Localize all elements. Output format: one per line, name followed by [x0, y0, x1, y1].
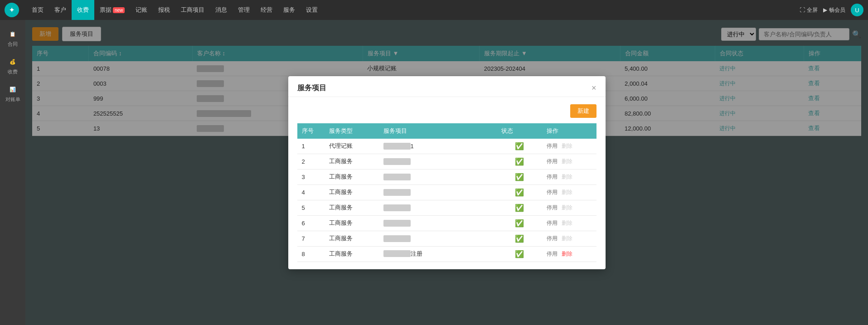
stop-button[interactable]: 停用 [547, 219, 558, 227]
modal-cell-seq: 8 [297, 246, 325, 262]
sidebar-item-reconciliation[interactable]: 📊 对账单 [0, 80, 25, 107]
fee-icon: 💰 [8, 57, 18, 67]
modal-header: 服务项目 × [288, 76, 606, 97]
stop-button[interactable]: 停用 [547, 235, 558, 243]
delete-button-disabled: 删除 [562, 204, 572, 212]
modal-cell-action[interactable]: 停用 删除 [542, 215, 596, 231]
nav-message[interactable]: 消息 [210, 0, 233, 20]
modal-col-seq: 序号 [297, 123, 325, 139]
modal-cell-item [379, 154, 497, 169]
modal-col-type: 服务类型 [325, 123, 379, 139]
modal-close-button[interactable]: × [592, 83, 596, 93]
modal-cell-status: ✅ [497, 215, 542, 231]
stop-button[interactable]: 停用 [547, 204, 558, 212]
modal-cell-action[interactable]: 停用 删除 [542, 169, 596, 184]
modal-cell-status: ✅ [497, 231, 542, 246]
delete-button-disabled: 删除 [562, 158, 572, 165]
modal-table-row: 5 工商服务 ✅ 停用 删除 [297, 200, 596, 215]
modal-cell-type: 工商服务 [325, 246, 379, 262]
status-check-icon: ✅ [515, 173, 524, 181]
modal-table-row: 1 代理记账 1 ✅ 停用 删除 [297, 139, 596, 154]
stop-button[interactable]: 停用 [547, 250, 558, 258]
modal-cell-item [379, 184, 497, 200]
modal-cell-action[interactable]: 停用 删除 [542, 231, 596, 246]
modal-new-button[interactable]: 新建 [570, 104, 596, 118]
modal-cell-action[interactable]: 停用 删除 [542, 200, 596, 215]
modal-cell-action[interactable]: 停用 删除 [542, 154, 596, 169]
nav-bookkeeping[interactable]: 记账 [130, 0, 153, 20]
modal-cell-action[interactable]: 停用 删除 [542, 184, 596, 200]
delete-button-disabled: 删除 [562, 142, 572, 150]
sidebar-item-contract[interactable]: 📋 合同 [0, 24, 25, 52]
modal-cell-seq: 5 [297, 200, 325, 215]
modal-table: 序号 服务类型 服务项目 状态 操作 1 代理记账 1 ✅ 停用 删除 [297, 123, 596, 262]
fullscreen-button[interactable]: ⛶ 全屏 [800, 6, 818, 14]
modal-table-row: 6 工商服务 ✅ 停用 删除 [297, 215, 596, 231]
modal-cell-type: 代理记账 [325, 139, 379, 154]
stop-button[interactable]: 停用 [547, 189, 558, 196]
nav-invoice[interactable]: 票据 new [94, 0, 130, 20]
nav-operation[interactable]: 经营 [255, 0, 278, 20]
contract-icon: 📋 [8, 29, 18, 39]
nav-service[interactable]: 服务 [278, 0, 301, 20]
modal-title: 服务项目 [297, 83, 326, 93]
modal-table-row: 4 工商服务 ✅ 停用 删除 [297, 184, 596, 200]
modal-cell-item [379, 200, 497, 215]
modal-table-wrap[interactable]: 序号 服务类型 服务项目 状态 操作 1 代理记账 1 ✅ 停用 删除 [297, 123, 596, 262]
modal-cell-type: 工商服务 [325, 169, 379, 184]
modal-cell-type: 工商服务 [325, 184, 379, 200]
sidebar-item-fee[interactable]: 💰 收费 [0, 52, 25, 80]
nav-settings[interactable]: 设置 [301, 0, 323, 20]
modal-cell-type: 工商服务 [325, 200, 379, 215]
modal-cell-seq: 1 [297, 139, 325, 154]
modal-cell-seq: 6 [297, 215, 325, 231]
modal-cell-status: ✅ [497, 200, 542, 215]
modal-cell-type: 工商服务 [325, 215, 379, 231]
modal-overlay: 服务项目 × 新建 序号 服务类型 服务项目 [25, 20, 868, 325]
member-button[interactable]: ▶ 畅会员 [823, 6, 845, 14]
modal-cell-item: 注册 [379, 246, 497, 262]
delete-button[interactable]: 删除 [562, 250, 572, 258]
modal-cell-status: ✅ [497, 154, 542, 169]
modal-cell-seq: 4 [297, 184, 325, 200]
modal-body: 新建 序号 服务类型 服务项目 状态 操作 [288, 97, 606, 269]
modal-col-status: 状态 [497, 123, 542, 139]
modal-cell-item [379, 215, 497, 231]
status-check-icon: ✅ [515, 219, 524, 227]
nav-customer[interactable]: 客户 [49, 0, 72, 20]
reconciliation-icon: 📊 [8, 84, 18, 94]
modal-cell-item [379, 169, 497, 184]
stop-button[interactable]: 停用 [547, 158, 558, 165]
modal-table-row: 7 工商服务 ✅ 停用 删除 [297, 231, 596, 246]
modal-cell-action[interactable]: 停用 删除 [542, 246, 596, 262]
nav-manage[interactable]: 管理 [233, 0, 255, 20]
nav-tax[interactable]: 报税 [153, 0, 175, 20]
delete-button-disabled: 删除 [562, 189, 572, 196]
modal-col-item: 服务项目 [379, 123, 497, 139]
status-check-icon: ✅ [515, 189, 524, 196]
nav-commerce[interactable]: 工商项目 [175, 0, 210, 20]
modal-cell-status: ✅ [497, 169, 542, 184]
modal-col-action: 操作 [542, 123, 596, 139]
delete-button-disabled: 删除 [562, 173, 572, 181]
nav-fee[interactable]: 收费 [72, 0, 94, 20]
member-icon: ▶ [823, 7, 827, 13]
modal-cell-status: ✅ [497, 184, 542, 200]
nav-home[interactable]: 首页 [26, 0, 49, 20]
stop-button[interactable]: 停用 [547, 142, 558, 150]
nav-right: ⛶ 全屏 ▶ 畅会员 U [800, 4, 863, 16]
status-check-icon: ✅ [515, 142, 524, 150]
content-area: 新增 服务项目 进行中 全部 已终止 🔍 序号 合同编码 ↕ 客户名称 ↕ 服务… [25, 20, 868, 325]
status-check-icon: ✅ [515, 250, 524, 258]
avatar[interactable]: U [851, 4, 863, 16]
modal-table-row: 3 工商服务 ✅ 停用 删除 [297, 169, 596, 184]
modal-table-row: 2 工商服务 ✅ 停用 删除 [297, 154, 596, 169]
status-check-icon: ✅ [515, 204, 524, 212]
top-navigation: ✦ 首页 客户 收费 票据 new 记账 报税 工商项目 消息 管理 经营 服务… [0, 0, 868, 20]
fullscreen-icon: ⛶ [800, 7, 805, 13]
main-layout: 📋 合同 💰 收费 📊 对账单 新增 服务项目 进行中 全部 已终止 🔍 [0, 20, 868, 325]
modal-toolbar: 新建 [297, 104, 596, 118]
stop-button[interactable]: 停用 [547, 173, 558, 181]
modal-cell-status: ✅ [497, 139, 542, 154]
modal-cell-action[interactable]: 停用 删除 [542, 139, 596, 154]
